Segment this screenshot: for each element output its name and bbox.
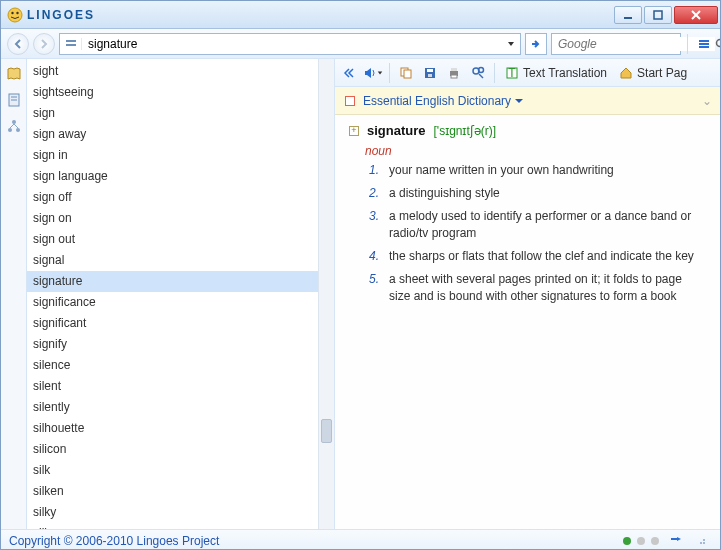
web-search-wrap xyxy=(551,33,681,55)
definition-item: 4.the sharps or flats that follow the cl… xyxy=(365,248,706,265)
appendix-icon[interactable] xyxy=(5,91,23,109)
left-icon-column xyxy=(1,59,27,529)
search-dropdown[interactable] xyxy=(502,40,520,48)
svg-point-37 xyxy=(703,539,705,541)
definition-text: a sheet with several pages printed on it… xyxy=(389,271,706,305)
word-list-item[interactable]: sill xyxy=(27,523,334,529)
svg-rect-27 xyxy=(451,75,457,78)
word-list-item[interactable]: sign on xyxy=(27,208,334,229)
part-of-speech: noun xyxy=(365,144,706,158)
dictionary-bar: Essential English Dictionary ⌄ xyxy=(335,87,720,115)
svg-rect-23 xyxy=(427,69,433,72)
definition-text: the sharps or flats that follow the clef… xyxy=(389,248,706,265)
pin-icon[interactable] xyxy=(668,532,682,549)
svg-point-18 xyxy=(8,128,12,132)
text-translation-button[interactable]: T Text Translation xyxy=(501,64,611,82)
statusbar: Copyright © 2006-2010 Lingoes Project xyxy=(1,529,720,550)
definition-number: 4. xyxy=(365,248,379,265)
speaker-icon[interactable] xyxy=(363,63,383,83)
web-search-button[interactable] xyxy=(715,38,721,50)
definition-text: a distinguishing style xyxy=(389,185,706,202)
resize-grip-icon[interactable] xyxy=(694,533,706,548)
word-list-item[interactable]: signal xyxy=(27,250,334,271)
definition-number: 3. xyxy=(365,208,379,242)
entry-content: + signature ['sɪgnɪtʃə(r)] noun 1.your n… xyxy=(335,115,720,529)
word-list-item[interactable]: sign language xyxy=(27,166,334,187)
word-list-item[interactable]: silently xyxy=(27,397,334,418)
copyright-text: Copyright © 2006-2010 Lingoes Project xyxy=(9,534,219,548)
definition-number: 1. xyxy=(365,162,379,179)
word-list-item[interactable]: silicon xyxy=(27,439,334,460)
network-icon[interactable] xyxy=(5,117,23,135)
definition-list: 1.your name written in your own handwrit… xyxy=(365,162,706,305)
word-list-item[interactable]: significant xyxy=(27,313,334,334)
back-button[interactable] xyxy=(7,33,29,55)
word-list-item[interactable]: sight xyxy=(27,61,334,82)
definition-item: 2.a distinguishing style xyxy=(365,185,706,202)
word-list-item[interactable]: sign out xyxy=(27,229,334,250)
word-list-item[interactable]: silhouette xyxy=(27,418,334,439)
maximize-button[interactable] xyxy=(644,6,672,24)
word-list: sightsightseeingsignsign awaysign insign… xyxy=(27,59,334,529)
word-list-pane: sightsightseeingsignsign awaysign insign… xyxy=(27,59,335,529)
headword: signature xyxy=(367,123,426,138)
word-list-item[interactable]: signify xyxy=(27,334,334,355)
menu-button[interactable] xyxy=(694,34,714,54)
go-button[interactable] xyxy=(525,33,547,55)
status-dot-grey1 xyxy=(637,537,645,545)
word-list-item[interactable]: sign away xyxy=(27,124,334,145)
dictionary-name-dropdown[interactable]: Essential English Dictionary xyxy=(363,94,523,108)
collapse-left-icon[interactable] xyxy=(339,63,359,83)
content-toolbar: T Text Translation Start Pag xyxy=(335,59,720,87)
expand-entry-icon[interactable]: + xyxy=(349,126,359,136)
status-dot-green xyxy=(623,537,631,545)
pronunciation: ['sɪgnɪtʃə(r)] xyxy=(434,124,497,138)
definition-item: 3.a melody used to identify a performer … xyxy=(365,208,706,242)
definition-item: 1.your name written in your own handwrit… xyxy=(365,162,706,179)
toolbar-separator xyxy=(687,34,688,54)
svg-rect-34 xyxy=(346,97,354,105)
word-list-scrollbar[interactable] xyxy=(318,59,334,529)
svg-rect-8 xyxy=(66,44,76,46)
find-icon[interactable] xyxy=(468,63,488,83)
svg-point-35 xyxy=(703,542,705,544)
start-page-label: Start Pag xyxy=(637,66,687,80)
word-list-item[interactable]: silk xyxy=(27,460,334,481)
book-icon[interactable] xyxy=(5,65,23,83)
search-mode-icon[interactable] xyxy=(60,38,82,50)
search-field-wrap xyxy=(59,33,521,55)
word-list-item[interactable]: significance xyxy=(27,292,334,313)
print-icon[interactable] xyxy=(444,63,464,83)
app-logo-icon xyxy=(7,7,23,23)
word-list-item[interactable]: silken xyxy=(27,481,334,502)
word-list-item[interactable]: signature xyxy=(27,271,334,292)
definition-number: 2. xyxy=(365,185,379,202)
dictionary-collapse-icon[interactable]: ⌄ xyxy=(702,94,712,108)
save-icon[interactable] xyxy=(420,63,440,83)
word-list-item[interactable]: sign in xyxy=(27,145,334,166)
svg-rect-11 xyxy=(699,40,709,42)
web-search-input[interactable] xyxy=(552,37,715,51)
start-page-button[interactable]: Start Pag xyxy=(615,64,691,82)
copy-icon[interactable] xyxy=(396,63,416,83)
search-input[interactable] xyxy=(82,37,502,51)
word-list-item[interactable]: sign xyxy=(27,103,334,124)
main-toolbar xyxy=(1,29,720,59)
scrollbar-thumb[interactable] xyxy=(321,419,332,443)
app-title: LINGOES xyxy=(27,8,95,22)
svg-point-9 xyxy=(717,39,722,46)
definition-number: 5. xyxy=(365,271,379,305)
word-list-item[interactable]: silky xyxy=(27,502,334,523)
svg-rect-7 xyxy=(66,40,76,42)
word-list-item[interactable]: sightseeing xyxy=(27,82,334,103)
word-list-item[interactable]: silence xyxy=(27,355,334,376)
minimize-button[interactable] xyxy=(614,6,642,24)
svg-point-36 xyxy=(700,542,702,544)
svg-point-2 xyxy=(16,11,18,13)
svg-point-17 xyxy=(12,120,16,124)
forward-button[interactable] xyxy=(33,33,55,55)
svg-point-19 xyxy=(16,128,20,132)
word-list-item[interactable]: silent xyxy=(27,376,334,397)
word-list-item[interactable]: sign off xyxy=(27,187,334,208)
close-button[interactable] xyxy=(674,6,718,24)
